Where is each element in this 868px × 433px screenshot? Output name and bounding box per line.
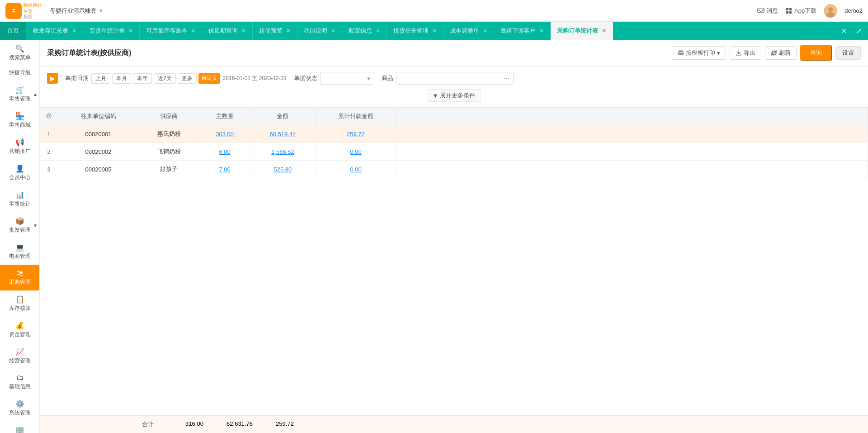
user-name[interactable]: demo2 — [844, 7, 863, 14]
sidebar-item-enterprise[interactable]: 🏢 企业协同 — [0, 421, 39, 433]
th-gear[interactable] — [40, 108, 58, 125]
tab-expiry-close[interactable]: ✕ — [241, 28, 246, 34]
row-amount-2[interactable]: 1,586.52 — [250, 143, 315, 161]
print-chevron-icon: ▾ — [717, 50, 720, 57]
row-qty-1[interactable]: 303.00 — [199, 125, 250, 143]
top-bar: 畅捷通好生意 标版 母婴行业演示账套 ▾ 消息 App下载 — [0, 0, 868, 22]
wholesale-label: 批发管理 — [9, 227, 31, 233]
tab-config-close[interactable]: ✕ — [376, 28, 380, 34]
row-paid-3[interactable]: 0.00 — [315, 161, 396, 178]
row-paid-2[interactable]: 0.00 — [315, 143, 396, 161]
tab-pick-task[interactable]: 拣货任务管理 ✕ — [387, 22, 443, 40]
table-footer: 合计 316.00 62,631.76 259.72 — [40, 415, 868, 433]
tab-stock-book-close[interactable]: ✕ — [191, 28, 195, 34]
refresh-button[interactable]: 刷新 — [765, 46, 797, 60]
tab-config[interactable]: 配置信息 ✕ — [342, 22, 387, 40]
sidebar-item-finance[interactable]: 💰 资金管理 — [0, 317, 39, 343]
goods-more-icon[interactable]: ··· — [504, 74, 509, 82]
search-menu-label: 搜索菜单 — [9, 54, 31, 61]
filter-toggle-button[interactable]: ▶ — [47, 73, 58, 84]
th-qty: 主数量 — [199, 108, 250, 125]
date-range-text: 2016-01-01 至 2023-12-31 — [223, 75, 287, 82]
row-amount-3[interactable]: 525.80 — [250, 161, 315, 178]
row-qty-2[interactable]: 6.00 — [199, 143, 250, 161]
tab-goods-stat-close[interactable]: ✕ — [128, 28, 133, 34]
tab-home[interactable]: 首页 — [0, 22, 27, 40]
sidebar-item-inventory[interactable]: 📋 库存核算 — [0, 290, 39, 317]
date-shortcut-last-month[interactable]: 上月 — [91, 73, 110, 84]
print-button[interactable]: 按模板打印 ▾ — [672, 46, 726, 60]
export-button[interactable]: 导出 — [730, 46, 761, 60]
sidebar-item-operations[interactable]: 📈 经营管理 — [0, 343, 39, 369]
goods-input[interactable]: ··· — [396, 72, 514, 85]
expand-more-button[interactable]: ▼ 展开更多条件 — [427, 89, 481, 102]
tab-overstock[interactable]: 超储预警 ✕ — [253, 22, 297, 40]
app-download-button[interactable]: App下载 — [785, 7, 816, 15]
goods-filter-group: 商品 ··· — [382, 72, 514, 85]
date-shortcut-this-month[interactable]: 本月 — [112, 73, 131, 84]
setting-button[interactable]: 设置 — [835, 46, 861, 60]
tab-maximize-button[interactable]: ⤢ — [853, 26, 864, 36]
row-code-3: 00020005 — [58, 161, 139, 178]
sidebar-nav-label: 快捷导航 — [0, 64, 39, 81]
tab-close-all-button[interactable]: ✕ — [838, 26, 849, 36]
footer-total-amount: 62,631.76 — [217, 420, 262, 428]
sidebar-item-wholesale[interactable]: 📦 批发管理 ▼ — [0, 212, 39, 238]
sidebar-search[interactable]: 🔍 搜索菜单 — [0, 40, 39, 64]
sidebar-item-member[interactable]: 👤 会员中心 — [0, 160, 39, 186]
svg-point-0 — [9, 6, 18, 15]
query-button[interactable]: 查询 — [800, 45, 832, 61]
tab-func-desc-close[interactable]: ✕ — [331, 28, 335, 34]
purchase-label: 采购管理 — [9, 279, 31, 285]
tab-goods-stat[interactable]: 要货单统计表 ✕ — [83, 22, 140, 40]
workspace-selector[interactable]: 母婴行业演示账套 ▾ — [45, 7, 757, 15]
message-button[interactable]: 消息 — [757, 7, 778, 15]
ecommerce-icon: 💻 — [2, 243, 38, 252]
sidebar-item-purchase[interactable]: 🛍 采购管理 — [0, 265, 39, 290]
tab-pick-task-close[interactable]: ✕ — [432, 28, 437, 34]
tab-config-label: 配置信息 — [349, 27, 372, 35]
tab-receive-send[interactable]: 收发存汇总表 ✕ — [27, 22, 83, 40]
tab-expiry[interactable]: 保质期查询 ✕ — [202, 22, 253, 40]
date-shortcut-this-year[interactable]: 本年 — [133, 73, 152, 84]
row-paid-1[interactable]: 259.72 — [315, 125, 396, 143]
row-qty-3[interactable]: 7.00 — [199, 161, 250, 178]
th-paid: 累计付款金额 — [315, 108, 396, 125]
row-extra-2 — [396, 143, 868, 161]
finance-icon: 💰 — [2, 321, 38, 330]
date-shortcut-7-days[interactable]: 近7天 — [154, 73, 176, 84]
tab-stock-book[interactable]: 可用量库存账本 ✕ — [140, 22, 202, 40]
sidebar-item-system[interactable]: ⚙️ 系统管理 — [0, 395, 39, 421]
tab-invite-close[interactable]: ✕ — [539, 28, 544, 34]
tab-receive-send-close[interactable]: ✕ — [72, 28, 76, 34]
sidebar-item-marketing[interactable]: 📢 营销推广 — [0, 133, 39, 160]
tab-purchase-stat[interactable]: 采购订单统计表 ✕ — [551, 22, 613, 40]
gear-icon — [46, 113, 52, 119]
user-avatar[interactable] — [824, 4, 837, 18]
footer-total-paid: 259.72 — [262, 420, 307, 428]
date-custom-badge[interactable]: 自定义 — [198, 73, 220, 84]
tab-func-desc[interactable]: 功能说明 ✕ — [297, 22, 342, 40]
sidebar-item-basic[interactable]: 🗂 基础信息 — [0, 369, 39, 395]
retail-stat-icon: 📊 — [2, 190, 38, 199]
tab-overstock-label: 超储预警 — [259, 27, 283, 35]
tab-overstock-close[interactable]: ✕ — [286, 28, 291, 34]
date-shortcut-more[interactable]: 更多 — [178, 73, 197, 84]
retail-stat-label: 零售统计 — [9, 200, 31, 207]
tab-cost-adj[interactable]: 成本调整单 ✕ — [443, 22, 494, 40]
status-select[interactable]: ▾ — [320, 72, 374, 85]
sidebar-item-retail-stat[interactable]: 📊 零售统计 — [0, 186, 39, 212]
ecommerce-label: 电商管理 — [9, 253, 31, 259]
table-head: 往来单位编码 供应商 主数量 金额 累计付款金额 — [40, 108, 868, 125]
operations-label: 经营管理 — [9, 357, 31, 364]
row-amount-1[interactable]: 60,519.44 — [250, 125, 315, 143]
sidebar-item-retail[interactable]: 🛒 零售管理 ▲ — [0, 81, 39, 107]
tab-cost-adj-close[interactable]: ✕ — [483, 28, 487, 34]
tab-invite[interactable]: 邀请下游客户 ✕ — [494, 22, 551, 40]
svg-point-12 — [47, 114, 50, 117]
date-shortcuts: 上月 本月 本年 近7天 更多 自定义 — [91, 73, 220, 84]
sidebar-item-ecommerce[interactable]: 💻 电商管理 — [0, 238, 39, 265]
table-header-row: 往来单位编码 供应商 主数量 金额 累计付款金额 — [40, 108, 868, 125]
tab-purchase-stat-close[interactable]: ✕ — [602, 28, 606, 34]
sidebar-item-retail-mall[interactable]: 🏪 零售商城 — [0, 107, 39, 133]
